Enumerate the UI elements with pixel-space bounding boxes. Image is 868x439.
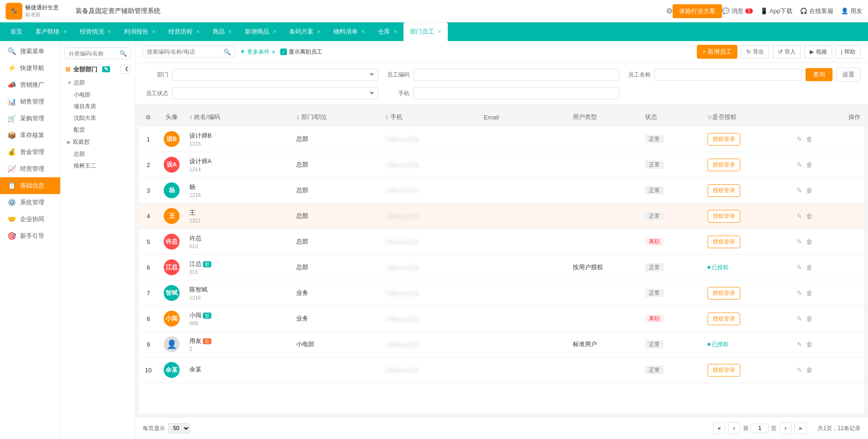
auth-button[interactable]: 授权登录	[708, 210, 740, 223]
dept-child-shenyang[interactable]: 沈阳大库	[61, 112, 135, 124]
page-input[interactable]	[750, 424, 769, 433]
view-button[interactable]: ▶ 视频	[805, 45, 832, 59]
dept-child-xiaodian[interactable]: 小电部	[61, 89, 135, 101]
edit-button[interactable]: ✎	[797, 161, 802, 168]
tab-history[interactable]: 经营历程 ×	[162, 22, 206, 41]
show-resigned-toggle[interactable]: ✓ 显示离职员工	[280, 48, 322, 56]
search-input[interactable]	[147, 49, 222, 55]
sidebar-item-nav[interactable]: ⚡ 快捷导航	[0, 60, 60, 77]
tab-bom[interactable]: 物料清单 ×	[327, 22, 371, 41]
dept-child-zhishu[interactable]: 植树王二	[61, 160, 135, 172]
auth-button[interactable]: 授权登录	[708, 236, 740, 248]
resigned-checkbox[interactable]: ✓	[280, 49, 287, 55]
tab-home[interactable]: 首页	[4, 22, 29, 41]
tab-add-goods[interactable]: 新增商品 ×	[238, 22, 283, 41]
edit-button[interactable]: ✎	[797, 187, 802, 194]
edit-button[interactable]: ✎	[797, 366, 802, 374]
sidebar-item-inventory[interactable]: 📦 库存核算	[0, 127, 60, 144]
edit-button[interactable]: ✎	[797, 341, 802, 348]
sidebar-item-finance[interactable]: 💰 资金管理	[0, 144, 60, 160]
sidebar-item-basic[interactable]: 📋 基础信息	[0, 177, 60, 194]
delete-button[interactable]: 🗑	[806, 264, 812, 271]
search-box[interactable]: 🔍	[143, 46, 235, 58]
dept-group-zongbu[interactable]: ▼ 总部	[61, 77, 135, 89]
close-icon[interactable]: ×	[108, 28, 111, 35]
tab-warehouse[interactable]: 仓库 ×	[371, 22, 403, 41]
close-icon[interactable]: ×	[229, 28, 232, 35]
tab-profit[interactable]: 利润报告 ×	[118, 22, 162, 41]
message-button[interactable]: 💬 消息 5	[722, 7, 753, 15]
delete-button[interactable]: 🗑	[806, 161, 812, 168]
delete-button[interactable]: 🗑	[806, 341, 812, 348]
sidebar-item-sales[interactable]: 📊 销售管理	[0, 93, 60, 110]
phone-input[interactable]	[413, 87, 619, 99]
edit-button[interactable]: ✎	[797, 135, 802, 143]
close-icon[interactable]: ×	[394, 28, 397, 35]
page-size-select[interactable]: 50	[168, 423, 190, 433]
close-icon[interactable]: ×	[361, 28, 365, 35]
edit-button[interactable]: ✎	[797, 264, 802, 271]
edit-button[interactable]: ✎	[797, 212, 802, 220]
delete-button[interactable]: 🗑	[806, 366, 812, 374]
query-button[interactable]: 查询	[806, 68, 833, 81]
delete-button[interactable]: 🗑	[806, 135, 812, 143]
auth-button[interactable]: 授权登录	[708, 364, 740, 376]
dept-all-item[interactable]: ⊞ 全部部门 ✎ 《	[61, 62, 135, 77]
col-phone[interactable]: ↕ 手机	[382, 108, 480, 126]
gear-icon[interactable]: ⚙	[666, 7, 673, 15]
collapse-button[interactable]: 《	[120, 65, 130, 74]
first-page-button[interactable]: «	[713, 422, 725, 434]
sidebar-item-collab[interactable]: 🤝 企业协同	[0, 211, 60, 228]
auth-button[interactable]: 授权登录	[708, 133, 740, 146]
col-name[interactable]: ↕ 姓名/编码	[186, 108, 292, 126]
close-icon[interactable]: ×	[438, 28, 441, 35]
delete-button[interactable]: 🗑	[806, 315, 812, 322]
auth-button[interactable]: 授权登录	[708, 287, 740, 300]
auth-button[interactable]: 授权登录	[708, 159, 740, 171]
app-download-button[interactable]: 📱 App下载	[760, 7, 792, 15]
add-employee-button[interactable]: + 新增员工	[697, 45, 737, 59]
sidebar-item-purchase[interactable]: 🛒 采购管理	[0, 110, 60, 127]
delete-button[interactable]: 🗑	[806, 187, 812, 194]
export-button[interactable]: ↻ 导出	[741, 45, 769, 59]
close-icon[interactable]: ×	[152, 28, 155, 35]
dept-child-peihuo[interactable]: 配货	[61, 124, 135, 136]
edit-button[interactable]: ✎	[797, 289, 802, 297]
auth-button[interactable]: 授权登录	[708, 313, 740, 325]
delete-button[interactable]: 🗑	[806, 289, 812, 297]
col-dept[interactable]: ↕ 部门/职位	[292, 108, 382, 126]
sidebar-item-mgmt[interactable]: 📈 经营管理	[0, 160, 60, 177]
next-page-button[interactable]: ›	[779, 422, 792, 434]
last-page-button[interactable]: »	[794, 422, 806, 434]
dept-group-shuangtingxiang[interactable]: ▶ 双庭想	[61, 136, 135, 148]
auth-button[interactable]: 授权登录	[708, 184, 740, 197]
dept-search-input[interactable]	[69, 50, 118, 57]
edit-button[interactable]: ✎	[797, 315, 802, 322]
close-icon[interactable]: ×	[63, 28, 67, 35]
emp-name-input[interactable]	[654, 69, 802, 81]
trial-button[interactable]: 体验行业方案	[673, 4, 722, 18]
close-icon[interactable]: ×	[273, 28, 276, 35]
close-icon[interactable]: ×	[196, 28, 200, 35]
edit-button[interactable]: ✎	[797, 238, 802, 245]
more-filter-button[interactable]: ▼ 更多条件 ∧	[240, 48, 276, 56]
dept-search-box[interactable]: 🔍	[64, 48, 131, 59]
sidebar-item-system[interactable]: ⚙️ 系统管理	[0, 194, 60, 211]
tab-barcode[interactable]: 条码方案 ×	[283, 22, 327, 41]
sidebar-item-search[interactable]: 🔍 搜索菜单	[0, 43, 60, 60]
tab-goods[interactable]: 商品 ×	[206, 22, 238, 41]
help-button[interactable]: | 帮助	[836, 45, 861, 59]
dept-child-xiangmu[interactable]: 项目库房	[61, 101, 135, 112]
sidebar-item-guide[interactable]: 🎯 新手引导	[0, 228, 60, 244]
service-button[interactable]: 🎧 在线客服	[800, 7, 833, 15]
col-settings[interactable]: ⚙	[139, 108, 158, 126]
prev-page-button[interactable]: ‹	[728, 422, 740, 434]
reset-button[interactable]: 设置	[836, 68, 861, 82]
delete-button[interactable]: 🗑	[806, 238, 812, 245]
delete-button[interactable]: 🗑	[806, 212, 812, 220]
dept-edit-icon[interactable]: ✎	[102, 66, 110, 72]
tab-operation[interactable]: 经营情况 ×	[73, 22, 118, 41]
close-icon[interactable]: ×	[317, 28, 320, 35]
tab-dept-employee[interactable]: 部门员工 ×	[403, 22, 448, 41]
dept-select[interactable]	[172, 69, 378, 81]
